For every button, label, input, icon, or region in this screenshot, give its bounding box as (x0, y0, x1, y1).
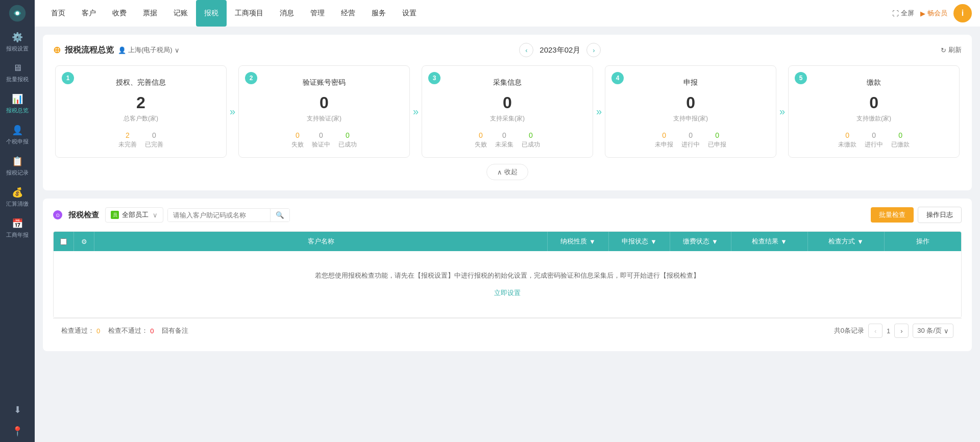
step-5-stat-2[interactable]: 0 已缴款 (891, 131, 910, 149)
step-2-stat-1[interactable]: 0 验证中 (312, 131, 330, 149)
step-5-count: 0 (797, 93, 951, 112)
step-3-stat-1[interactable]: 0 未采集 (495, 131, 513, 149)
overview-header: ⊕ 报税流程总览 👤 上海(电子税局) ∨ ‹ 2023年02月 › ↻ 刷新 (53, 43, 962, 57)
topnav: 首页 客户 收费 票据 记账 报税 工商项目 消息 (35, 0, 980, 27)
step-1-stat-1-label: 已完善 (145, 140, 163, 149)
next-page-btn[interactable]: › (894, 324, 909, 338)
content-area: ⊕ 报税流程总览 👤 上海(电子税局) ∨ ‹ 2023年02月 › ↻ 刷新 (35, 27, 980, 442)
fail-count[interactable]: 0 (150, 327, 154, 335)
filter-icon: ▼ (857, 238, 864, 245)
next-month-btn[interactable]: › (586, 43, 601, 57)
nav-invoice[interactable]: 票据 (135, 0, 165, 27)
search-button[interactable]: 🔍 (270, 209, 289, 222)
search-wrap: 🔍 (167, 208, 290, 222)
prev-page-btn[interactable]: ‹ (868, 324, 883, 338)
step-2-number: 2 (245, 72, 257, 84)
topnav-right: ⛶ 全屏 ▶ 畅会员 i (892, 4, 972, 22)
vip-icon: ▶ (920, 10, 925, 17)
sidebar-item-location[interactable]: 📍 (0, 421, 35, 442)
step-3-card: 3 采集信息 0 支持采集(家) 0 失败 0 未采集 (422, 65, 593, 158)
check-header: ⊙ 报税检查 员 全部员工 ∨ 🔍 批量检查 操作日志 (53, 207, 962, 223)
location-icon: 📍 (12, 426, 23, 437)
nav-customer[interactable]: 客户 (74, 0, 104, 27)
step-4-title: 申报 (614, 78, 768, 87)
step-4-stat-2[interactable]: 0 已申报 (708, 131, 726, 149)
fail-stat: 检查不通过： 0 (108, 326, 154, 335)
per-page-select[interactable]: 30 条/页 ∨ (913, 324, 953, 338)
step-2-card: 2 验证账号密码 0 支持验证(家) 0 失败 0 验证中 (238, 65, 410, 158)
employee-filter[interactable]: 员 全部员工 ∨ (105, 207, 163, 223)
step-1-stat-0-label: 未完善 (118, 140, 137, 149)
sidebar-item-tax-records[interactable]: 📋 报税记录 (0, 151, 35, 182)
sidebar-item-personal-tax[interactable]: 👤 个税申报 (0, 119, 35, 151)
sidebar-bottom: ⬇ 📍 (0, 399, 35, 442)
step-4-stat-0[interactable]: 0 未申报 (655, 131, 673, 149)
nav-accounting[interactable]: 记账 (165, 0, 196, 27)
nav-home[interactable]: 首页 (43, 0, 74, 27)
location-tag[interactable]: 👤 上海(电子税局) ∨ (118, 45, 180, 55)
clearing-icon: 💰 (12, 187, 23, 198)
search-input[interactable] (168, 209, 270, 222)
sidebar-item-clearing[interactable]: 💰 汇算清缴 (0, 182, 35, 213)
step-4-card: 4 申报 0 支持申报(家) 0 未申报 0 进行中 (605, 65, 776, 158)
step-4-stat-1[interactable]: 0 进行中 (681, 131, 700, 149)
tax-settings-icon: ⚙️ (12, 32, 23, 43)
select-all-checkbox[interactable] (60, 238, 67, 245)
step-1-stat-1[interactable]: 0 已完善 (145, 131, 163, 149)
refresh-icon: ↻ (941, 46, 946, 54)
step-5-stat-0[interactable]: 0 未缴款 (838, 131, 856, 149)
step-1-stat-0[interactable]: 2 未完善 (118, 131, 137, 149)
th-check-method[interactable]: 检查方式 ▼ (808, 232, 885, 251)
vip-btn[interactable]: ▶ 畅会员 (920, 9, 947, 18)
user-avatar[interactable]: i (953, 4, 972, 22)
th-payment-status[interactable]: 缴费状态 ▼ (670, 232, 731, 251)
refresh-btn[interactable]: ↻ 刷新 (941, 45, 962, 55)
nav-tax[interactable]: 报税 (196, 0, 227, 27)
nav-business[interactable]: 工商项目 (227, 0, 272, 27)
step-3-title: 采集信息 (430, 78, 584, 87)
step-1-count: 2 (64, 93, 218, 112)
sidebar-item-annual-report[interactable]: 📅 工商年报 (0, 213, 35, 244)
step-5-stat-1[interactable]: 0 进行中 (865, 131, 883, 149)
th-settings[interactable]: ⚙ (74, 232, 94, 251)
fullscreen-btn[interactable]: ⛶ 全屏 (892, 9, 914, 18)
collapse-row: ∧ 收起 (53, 164, 962, 180)
step-2-stat-0[interactable]: 0 失败 (291, 131, 304, 149)
table-footer: 检查通过： 0 检查不通过： 0 囧有备注 共0条记录 ‹ 1 › 30 条/页 (53, 318, 962, 343)
nav-service[interactable]: 服务 (363, 0, 394, 27)
app-logo[interactable] (0, 0, 35, 27)
pass-count[interactable]: 0 (96, 327, 100, 335)
filter-group: 员 全部员工 ∨ 🔍 (105, 207, 290, 223)
sidebar-item-batch-tax[interactable]: 🖥 批量报税 (0, 58, 35, 88)
collapse-btn[interactable]: ∧ 收起 (486, 164, 528, 180)
batch-check-button[interactable]: 批量检查 (871, 207, 914, 223)
sidebar-item-tax-settings[interactable]: ⚙️ 报税设置 (0, 27, 35, 58)
step-1-number: 1 (62, 72, 74, 84)
nav-settings[interactable]: 设置 (394, 0, 425, 27)
nav-fee[interactable]: 收费 (104, 0, 135, 27)
filter-icon: ▼ (780, 238, 787, 245)
nav-management[interactable]: 管理 (302, 0, 333, 27)
step-2-stat-2[interactable]: 0 已成功 (338, 131, 357, 149)
th-check-result[interactable]: 检查结果 ▼ (731, 232, 808, 251)
th-tax-nature[interactable]: 纳税性质 ▼ (548, 232, 609, 251)
annual-report-icon: 📅 (12, 218, 23, 229)
th-operation: 操作 (885, 232, 961, 251)
steps-row: 1 授权、完善信息 2 总客户数(家) 2 未完善 0 已完善 (53, 65, 962, 158)
sidebar-item-tax-overview[interactable]: 📊 报税总览 (0, 88, 35, 119)
step-1-title: 授权、完善信息 (64, 78, 218, 87)
th-checkbox[interactable] (54, 232, 74, 251)
step-3-stat-2[interactable]: 0 已成功 (522, 131, 540, 149)
step-2-title: 验证账号密码 (247, 78, 401, 87)
th-declare-status[interactable]: 申报状态 ▼ (609, 232, 670, 251)
setup-link[interactable]: 立即设置 (494, 289, 521, 297)
pass-stat: 检查通过： 0 (61, 326, 100, 335)
step-1-stats: 2 未完善 0 已完善 (64, 131, 218, 149)
nav-operation[interactable]: 经营 (333, 0, 363, 27)
nav-message[interactable]: 消息 (272, 0, 302, 27)
sidebar-item-download[interactable]: ⬇ (0, 399, 35, 421)
log-button[interactable]: 操作日志 (918, 207, 962, 223)
step-2-stats: 0 失败 0 验证中 0 已成功 (247, 131, 401, 149)
prev-month-btn[interactable]: ‹ (519, 43, 533, 57)
step-3-stat-0[interactable]: 0 失败 (475, 131, 487, 149)
